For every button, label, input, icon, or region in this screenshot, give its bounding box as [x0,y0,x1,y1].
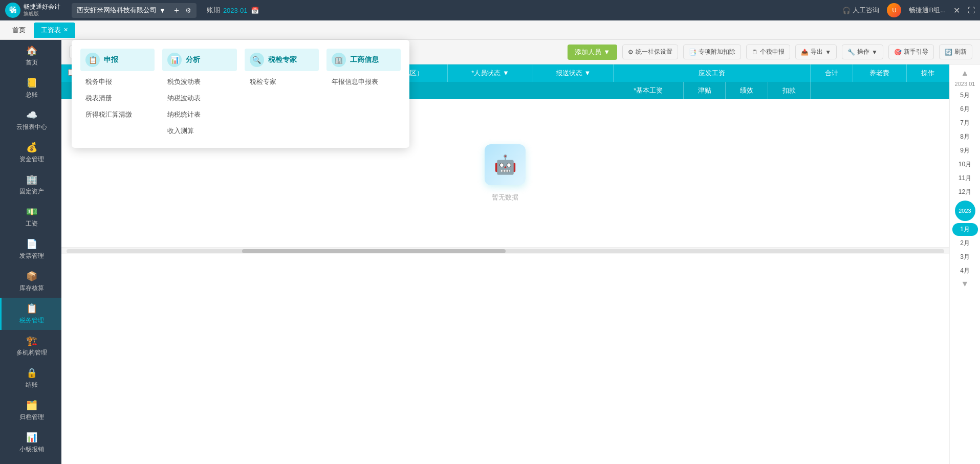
sidebar-item-archive[interactable]: 🗂️ 归档管理 [0,394,61,427]
sidebar-item-invoice[interactable]: 📄 发票管理 [0,233,61,266]
cal-jul[interactable]: 7月 [952,117,978,129]
menu-section-fenxi: 📊 分析 税负波动表 纳税波动表 纳税统计表 收入测算 [160,46,239,142]
menu-header-shenba: 📋 申报 [80,49,155,71]
cal-jun[interactable]: 6月 [952,103,978,116]
sidebar-tax-label: 税务管理 [19,316,44,325]
col-pension: 养老费 [853,64,907,82]
fund-icon: 💰 [26,142,37,153]
inventory-icon: 📦 [26,271,37,282]
menu-item-nashui-tongji[interactable]: 纳税统计表 [162,106,236,123]
horizontal-scrollbar[interactable] [61,248,949,254]
sidebar-item-settings[interactable]: ⚙️ 基础设置 [0,459,61,464]
sidebar-item-salary[interactable]: 💵 工资 [0,201,61,233]
tab-home[interactable]: 首页 [5,23,33,38]
cal-jan-active[interactable]: 1月 [952,223,978,236]
dropdown-menu: 📋 申报 税务申报 税表清册 所得税汇算清缴 📊 分析 税负波动表 纳税波动表 … [72,40,409,148]
cloud-icon: ☁️ [26,109,37,121]
col-deduction: 扣款 [768,82,811,99]
add-dropdown-arrow: ▼ [603,48,610,56]
report-icon: 📊 [26,432,37,443]
sidebar-item-fund[interactable]: 💰 资金管理 [0,137,61,169]
calendar-up-icon[interactable]: ▲ [960,67,971,79]
col-action: 操作 [907,64,949,82]
col-report-status[interactable]: 报送状态 ▼ [533,64,613,82]
sidebar-cloud-label: 云报表中心 [16,123,47,131]
sidebar-home-label: 首页 [26,58,38,67]
chevron-down-icon: ▼ [159,7,166,14]
user-avatar[interactable]: U [887,3,901,17]
version-badge: 旗舰版 [24,10,60,17]
cal-year-badge[interactable]: 2023 [955,201,975,221]
export-chevron: ▼ [825,49,831,56]
col-status[interactable]: *人员状态 ▼ [448,64,533,82]
period-label: 账期 [207,6,220,15]
menu-item-nianbao[interactable]: 年报信息申报表 [326,74,401,90]
sidebar-item-multi[interactable]: 🏗️ 多机构管理 [0,330,61,362]
tax-report-label: 个税申报 [760,48,785,56]
tax-report-icon: 🗒 [752,49,758,56]
menu-header-zhuanjia: 🔍 税检专家 [245,49,319,71]
cal-aug[interactable]: 8月 [952,130,978,143]
add-icon[interactable]: ＋ [172,5,181,16]
operate-button[interactable]: 🔧 操作 ▼ [842,45,883,59]
close-icon[interactable]: ✕ [953,6,960,15]
scroll-thumb[interactable] [242,249,506,253]
refresh-icon: 🔄 [945,49,952,56]
cal-mar[interactable]: 3月 [952,251,978,263]
guide-button[interactable]: 🎯 新手引导 [888,45,934,59]
menu-item-suode-qingsuan[interactable]: 所得税汇算清缴 [80,106,155,123]
sidebar-item-ledger[interactable]: 📒 总账 [0,72,61,104]
menu-section-shenba: 📋 申报 税务申报 税表清册 所得税汇算清缴 [78,46,157,142]
sidebar-item-tax[interactable]: 📋 税务管理 [0,298,61,330]
close-period-icon: 🔒 [26,367,37,379]
menu-item-tax-shenba[interactable]: 税务申报 [80,74,155,90]
empty-icon: 🤖 [485,144,526,185]
operate-chevron: ▼ [872,49,878,56]
zhuanjia-title: 税检专家 [268,55,297,64]
operate-label: 操作 [857,48,869,56]
help-btn[interactable]: 🎧 人工咨询 [842,6,879,15]
maximize-icon[interactable]: ⛶ [968,6,975,14]
cal-may[interactable]: 5月 [952,89,978,102]
menu-item-shouru-cesuan[interactable]: 收入测算 [162,123,236,139]
sidebar-item-cloud[interactable]: ☁️ 云报表中心 [0,104,61,137]
social-security-button[interactable]: ⚙ 统一社保设置 [622,45,678,59]
menu-item-zhuanjia[interactable]: 税检专家 [245,74,319,90]
menu-item-tax-fudong[interactable]: 税负波动表 [162,74,236,90]
company-selector[interactable]: 西安虾米网络科技有限公司 ▼ ＋ ⚙ [72,3,197,18]
special-deduction-button[interactable]: 📑 专项附加扣除 [683,45,741,59]
settings-icon[interactable]: ⚙ [185,7,191,14]
sidebar-item-assets[interactable]: 🏢 固定资产 [0,169,61,201]
export-label: 导出 [811,48,823,56]
tax-report-button[interactable]: 🗒 个税申报 [746,45,790,59]
sidebar-inventory-label: 库存核算 [19,284,44,293]
add-person-button[interactable]: 添加人员 ▼ [568,45,617,60]
sidebar-item-home[interactable]: 🏠 首页 [0,40,61,72]
export-button[interactable]: 📤 导出 ▼ [795,45,837,59]
cal-year-2022: 2023.01 [955,81,975,87]
cal-feb[interactable]: 2月 [952,237,978,250]
sidebar-item-close[interactable]: 🔒 结账 [0,362,61,394]
cal-apr[interactable]: 4月 [952,264,978,277]
sidebar-item-report[interactable]: 📊 小畅报销 [0,427,61,459]
sidebar-multi-label: 多机构管理 [16,348,47,357]
menu-item-nashui-fudong[interactable]: 纳税波动表 [162,90,236,106]
cal-dec[interactable]: 12月 [952,186,978,198]
ledger-icon: 📒 [26,77,37,89]
refresh-button[interactable]: 🔄 刷新 [939,45,972,59]
sidebar-item-inventory[interactable]: 📦 库存核算 [0,266,61,298]
home-icon: 🏠 [26,45,37,56]
menu-item-tax-qingce[interactable]: 税表清册 [80,90,155,106]
period-area: 账期 2023-01 📅 [207,6,259,15]
cal-sep[interactable]: 9月 [952,144,978,157]
calendar-icon[interactable]: 📅 [251,7,259,14]
menu-section-zhuanjia: 🔍 税检专家 税检专家 [242,46,321,142]
social-label: 统一社保设置 [636,48,672,56]
cal-nov[interactable]: 11月 [952,172,978,185]
calendar-down-icon[interactable]: ▼ [960,278,971,290]
empty-text: 暂无数据 [492,193,518,202]
tab-salary[interactable]: 工资表 ✕ [34,23,75,38]
sidebar-close-label: 结账 [26,381,38,389]
cal-oct[interactable]: 10月 [952,158,978,171]
tab-close-icon[interactable]: ✕ [63,27,68,33]
